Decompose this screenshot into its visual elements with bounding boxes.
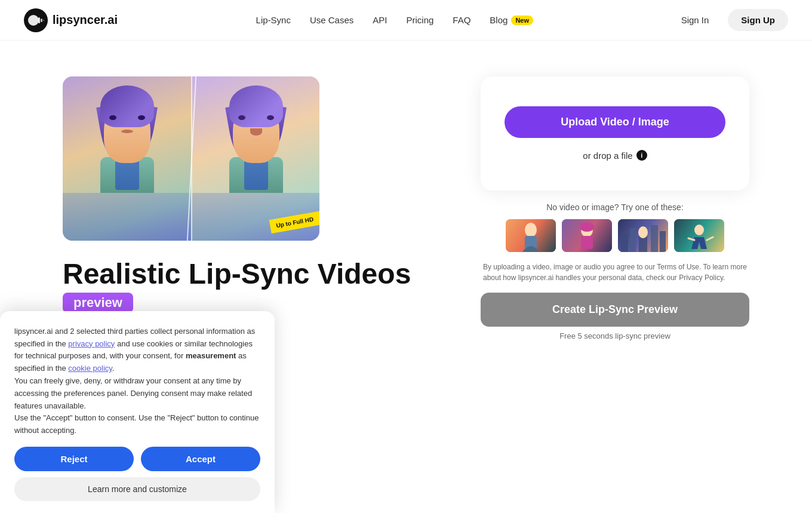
svg-rect-1 [38,17,40,23]
svg-rect-2 [41,19,42,22]
svg-point-17 [638,226,648,238]
nav-api[interactable]: API [373,15,387,25]
navbar: lipsyncer.ai Lip-Sync Use Cases API Pric… [0,0,812,41]
hero-heading: Realistic Lip-Sync Videos [63,259,445,290]
logo-icon [24,8,48,32]
sign-up-button[interactable]: Sign Up [728,9,788,31]
drop-text: or drop a file i [505,150,725,161]
svg-rect-13 [630,228,636,252]
logo[interactable]: lipsyncer.ai [24,8,118,32]
sample-thumb-3[interactable] [618,219,668,252]
logo-text: lipsyncer.ai [53,13,118,27]
svg-rect-16 [660,231,666,252]
svg-rect-3 [43,20,44,21]
sample-thumb-2[interactable] [562,219,612,252]
left-panel: Up to Full HD Realistic Lip-Sync Videos … [63,76,445,313]
svg-point-0 [28,15,39,26]
cookie-policy-link[interactable]: cookie policy [68,364,112,373]
sample-section: No video or image? Try one of these: [481,202,749,252]
svg-rect-9 [580,222,594,232]
privacy-policy-link[interactable]: privacy policy [68,339,115,348]
cookie-reject-button[interactable]: Reject [14,447,134,471]
consent-text: By uploading a video, image or audio you… [481,262,749,283]
right-panel: Upload Video / Image or drop a file i No… [481,76,749,340]
nav-blog[interactable]: Blog New [490,15,533,25]
cookie-banner: lipsyncer.ai and 2 selected third partie… [0,311,275,513]
upload-button[interactable]: Upload Video / Image [505,106,725,138]
char-face-right [226,85,286,193]
sample-title: No video or image? Try one of these: [481,202,749,212]
svg-point-5 [525,223,537,237]
nav-links: Lip-Sync Use Cases API Pricing FAQ Blog … [256,15,533,25]
free-preview-text: Free 5 seconds lip-sync preview [481,331,749,340]
nav-faq[interactable]: FAQ [453,15,470,25]
sign-in-button[interactable]: Sign In [672,10,719,30]
cookie-accept-button[interactable]: Accept [141,447,260,471]
cookie-action-buttons: Reject Accept [14,447,260,471]
upload-box: Upload Video / Image or drop a file i [481,76,749,191]
sample-thumb-1[interactable] [506,219,556,252]
char-face-left [97,85,157,193]
preview-badge: preview [63,293,133,313]
cookie-measurement: measurement [186,351,236,360]
svg-rect-15 [651,225,658,252]
sample-thumbnails [481,219,749,252]
cookie-customize-button[interactable]: Learn more and customize [14,477,260,501]
cookie-text-part4: .You can freely give, deny, or withdraw … [14,364,259,435]
hero-image: Up to Full HD [63,76,319,241]
hero-image-left [63,76,191,241]
svg-point-19 [694,225,704,235]
svg-rect-18 [674,219,724,252]
nav-use-cases[interactable]: Use Cases [310,15,353,25]
blog-new-badge: New [511,16,533,25]
nav-actions: Sign In Sign Up [672,9,788,31]
nav-pricing[interactable]: Pricing [406,15,433,25]
sample-thumb-4[interactable] [674,219,724,252]
create-preview-button[interactable]: Create Lip-Sync Preview [481,293,749,327]
info-icon[interactable]: i [636,150,647,161]
svg-rect-10 [581,236,593,249]
hero-text: Realistic Lip-Sync Videos preview [63,259,445,313]
nav-lip-sync[interactable]: Lip-Sync [256,15,291,25]
cookie-text: lipsyncer.ai and 2 selected third partie… [14,325,260,437]
svg-rect-12 [621,234,628,252]
